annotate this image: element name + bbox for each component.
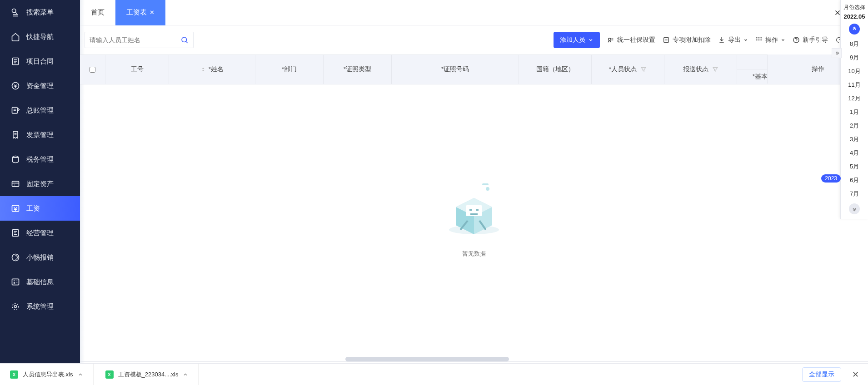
month-item[interactable]: 2月 (841, 119, 868, 133)
th-status[interactable]: *人员状态 (592, 55, 664, 84)
download-item[interactable]: x 工资模板_223034....xls (102, 364, 199, 385)
month-item[interactable]: 10月 (841, 64, 868, 78)
sidebar-item-label: 搜索菜单 (26, 8, 54, 17)
sidebar-item-contract[interactable]: 项目合同 (0, 49, 80, 74)
svg-point-7 (12, 254, 19, 261)
sidebar-item-tax[interactable]: 税务管理 (0, 147, 80, 172)
sidebar-item-label: 系统管理 (26, 302, 54, 311)
sidebar-item-label: 小畅报销 (26, 253, 54, 262)
month-item[interactable]: 5月 (841, 160, 868, 173)
export-button[interactable]: 导出 (718, 36, 748, 44)
download-filename: 工资模板_223034....xls (118, 370, 179, 379)
month-item[interactable]: 8月 (841, 37, 868, 51)
svg-point-20 (758, 39, 760, 41)
special-deduct-button[interactable]: 专项附加扣除 (663, 36, 711, 44)
filter-icon[interactable] (640, 66, 647, 73)
invoice-icon (11, 130, 20, 139)
show-all-downloads-button[interactable]: 全部显示 (802, 367, 841, 382)
chevron-down-icon (781, 38, 785, 42)
th-dept[interactable]: *部门 (255, 55, 324, 84)
th-report-status[interactable]: 报送状态 (664, 55, 737, 84)
sidebar-item-invoice[interactable]: 发票管理 (0, 123, 80, 147)
chevron-up-icon[interactable] (78, 372, 83, 377)
ledger-icon (11, 106, 20, 115)
sidebar-item-label: 发票管理 (26, 131, 54, 139)
sort-icon[interactable] (200, 66, 206, 73)
sidebar-item-business[interactable]: 经营管理 (0, 221, 80, 245)
svg-point-21 (760, 39, 762, 41)
sidebar-item-system[interactable]: 系统管理 (0, 294, 80, 319)
info-icon (11, 277, 20, 286)
sidebar-item-assets[interactable]: 固定资产 (0, 172, 80, 196)
th-id[interactable]: 工号 (105, 55, 169, 84)
sidebar-item-funds[interactable]: 资金管理 (0, 74, 80, 98)
deduct-icon (663, 36, 670, 44)
table-wrapper: 工号 *姓名 *部门 *证照类型 *证照号码 国籍（地区） *人员状态 (80, 54, 868, 361)
salary-icon (11, 204, 20, 213)
sidebar-item-search-menu[interactable]: 搜索菜单 (0, 0, 80, 25)
horizontal-scrollbar[interactable] (109, 357, 868, 361)
sidebar-item-reimburse[interactable]: 小畅报销 (0, 245, 80, 270)
tab-home[interactable]: 首页 (80, 0, 115, 25)
export-icon (718, 36, 725, 44)
link-label: 新手引导 (803, 36, 828, 44)
th-nationality[interactable]: 国籍（地区） (519, 55, 592, 84)
month-item[interactable]: 9月 (841, 51, 868, 64)
system-icon (11, 302, 20, 311)
th-cert-no[interactable]: *证照号码 (392, 55, 519, 84)
chevron-down-icon (743, 38, 748, 42)
collapse-month-panel-button[interactable] (832, 48, 842, 58)
search-input[interactable] (90, 36, 177, 44)
month-item[interactable]: 3月 (841, 133, 868, 146)
th-name[interactable]: *姓名 (169, 55, 255, 84)
sidebar-item-baseinfo[interactable]: 基础信息 (0, 270, 80, 294)
search-icon[interactable] (180, 36, 189, 44)
svg-rect-27 (470, 213, 478, 215)
svg-point-28 (486, 187, 489, 191)
biz-icon (11, 228, 20, 237)
download-item[interactable]: x 人员信息导出表.xls (6, 364, 94, 385)
search-input-wrapper[interactable] (85, 32, 194, 48)
month-item[interactable]: 11月 (841, 78, 868, 92)
month-item[interactable]: 12月 (841, 92, 868, 105)
settings-icon (607, 36, 614, 44)
scroll-up-button[interactable] (849, 24, 860, 35)
sidebar-item-label: 项目合同 (26, 57, 54, 66)
downloads-bar: x 人员信息导出表.xls x 工资模板_223034....xls 全部显示 … (0, 363, 868, 385)
download-filename: 人员信息导出表.xls (23, 370, 73, 379)
scrollbar-thumb[interactable] (345, 357, 509, 361)
month-item[interactable]: 7月 (841, 187, 868, 201)
month-item[interactable]: 1月 (841, 105, 868, 119)
empty-text: 暂无数据 (462, 250, 486, 258)
sidebar-item-ledger[interactable]: 总账管理 (0, 98, 80, 123)
xls-icon: x (10, 370, 18, 379)
select-all-checkbox[interactable] (90, 67, 95, 73)
scroll-down-button[interactable] (849, 203, 860, 214)
svg-point-13 (182, 37, 187, 42)
svg-point-19 (756, 39, 758, 41)
sidebar-item-quicknav[interactable]: 快捷导航 (0, 25, 80, 49)
asset-icon (11, 179, 20, 188)
guide-button[interactable]: 新手引导 (793, 36, 828, 44)
sidebar-item-label: 工资 (26, 204, 40, 213)
operate-button[interactable]: 操作 (755, 36, 785, 44)
chevron-up-icon[interactable] (183, 372, 188, 377)
close-downloads-button[interactable]: ✕ (849, 370, 862, 380)
svg-point-18 (760, 37, 762, 39)
search-list-icon (11, 8, 20, 17)
add-person-button[interactable]: 添加人员 (554, 32, 600, 48)
unified-social-button[interactable]: 统一社保设置 (607, 36, 655, 44)
close-icon[interactable]: ✕ (150, 9, 155, 16)
filter-icon[interactable] (712, 66, 718, 73)
month-item[interactable]: 6月 (841, 173, 868, 187)
sidebar-item-salary[interactable]: 工资 (0, 196, 80, 221)
th-checkbox (80, 55, 105, 84)
th-cert-type[interactable]: *证照类型 (324, 55, 392, 84)
month-item[interactable]: 4月 (841, 146, 868, 160)
link-label: 操作 (765, 36, 778, 44)
chevron-down-icon (588, 37, 594, 43)
sidebar-item-label: 经营管理 (26, 229, 54, 237)
tab-salary-sheet[interactable]: 工资表 ✕ (115, 0, 165, 25)
reimburse-icon (11, 253, 20, 262)
home-icon (11, 32, 20, 41)
